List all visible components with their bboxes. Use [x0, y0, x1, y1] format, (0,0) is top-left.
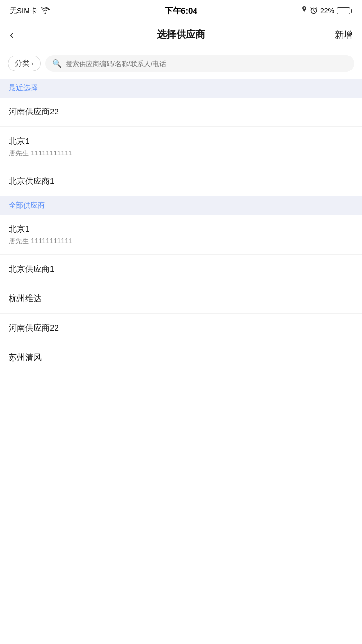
wifi-icon: [41, 7, 50, 15]
page-title: 选择供应商: [157, 28, 205, 41]
status-bar: 无SIM卡 下午6:04 22%: [0, 0, 362, 21]
status-right: 22%: [301, 6, 352, 15]
item-name: 北京1: [9, 136, 353, 147]
location-icon: [301, 6, 307, 15]
all-section-header: 全部供应商: [0, 196, 362, 215]
item-name: 河南供应商22: [9, 106, 353, 118]
recent-items-list: 河南供应商22 北京1 唐先生 11111111111 北京供应商1: [0, 98, 362, 196]
nav-bar: ‹ 选择供应商 新增: [0, 21, 362, 48]
item-name: 北京供应商1: [9, 264, 353, 275]
search-box: 🔍: [45, 55, 354, 72]
list-item[interactable]: 河南供应商22: [0, 314, 362, 343]
item-name: 苏州清风: [9, 352, 353, 364]
item-name: 河南供应商22: [9, 322, 353, 334]
battery-percent: 22%: [320, 7, 334, 14]
list-item[interactable]: 北京供应商1: [0, 167, 362, 196]
list-item[interactable]: 河南供应商22: [0, 98, 362, 127]
back-button[interactable]: ‹: [6, 24, 17, 45]
category-label: 分类: [15, 59, 29, 68]
list-item[interactable]: 北京1 唐先生 11111111111: [0, 127, 362, 167]
filter-bar: 分类 › 🔍: [0, 48, 362, 79]
item-sub: 唐先生 11111111111: [9, 149, 353, 158]
alarm-icon: [310, 6, 318, 15]
carrier-text: 无SIM卡: [10, 6, 37, 15]
category-button[interactable]: 分类 ›: [8, 56, 41, 71]
list-item[interactable]: 北京1 唐先生 11111111111: [0, 215, 362, 255]
list-item[interactable]: 北京供应商1: [0, 255, 362, 284]
item-sub: 唐先生 11111111111: [9, 237, 353, 246]
item-name: 杭州维达: [9, 293, 353, 305]
search-icon: 🔍: [52, 59, 62, 68]
add-button[interactable]: 新增: [335, 29, 352, 41]
battery-icon: [337, 7, 352, 14]
list-item[interactable]: 杭州维达: [0, 284, 362, 314]
recent-section-header: 最近选择: [0, 79, 362, 98]
status-left: 无SIM卡: [10, 6, 50, 15]
item-name: 北京供应商1: [9, 176, 353, 187]
all-items-list: 北京1 唐先生 11111111111 北京供应商1 杭州维达 河南供应商22 …: [0, 215, 362, 372]
search-input[interactable]: [66, 60, 348, 68]
chevron-right-icon: ›: [31, 60, 33, 67]
status-time: 下午6:04: [165, 5, 197, 16]
list-item[interactable]: 苏州清风: [0, 343, 362, 373]
recent-section-label: 最近选择: [9, 84, 38, 92]
all-section-label: 全部供应商: [9, 201, 45, 209]
item-name: 北京1: [9, 224, 353, 235]
